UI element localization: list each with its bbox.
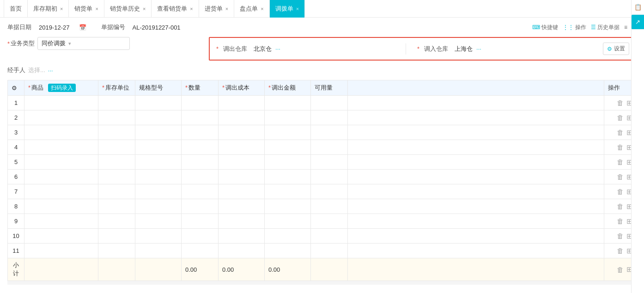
row-9-cost[interactable] [219,214,265,229]
row-2-qty[interactable] [182,110,219,125]
row-7-product[interactable] [24,184,98,199]
row-3-product[interactable] [24,125,98,140]
row-6-product[interactable] [24,170,98,184]
row-11-cost[interactable] [219,244,265,258]
tab-view-sales[interactable]: 查看销货单 × [152,0,199,18]
tab-sales-order-close[interactable]: × [95,6,98,12]
row-5-spec[interactable] [135,155,182,170]
tab-view-sales-close[interactable]: × [190,6,193,12]
row-5-product[interactable] [24,155,98,170]
row-6-cost[interactable] [219,170,265,184]
row-3-spec[interactable] [135,125,182,140]
row-1-product[interactable] [24,96,98,110]
row-2-cost[interactable] [219,110,265,125]
row-11-unit[interactable] [98,244,135,258]
row-10-amount[interactable] [265,229,311,244]
scan-button[interactable]: 扫码录入 [48,84,76,92]
sidebar-expand-icon[interactable]: ↗ [632,15,644,30]
horizontal-scrollbar[interactable] [7,281,637,285]
tab-sales-order[interactable]: 销货单 × [69,0,104,18]
subtotal-delete-icon[interactable]: 🗑 [617,266,624,274]
row-7-delete-icon[interactable]: 🗑 [617,188,624,195]
col-gear[interactable]: ⚙ [8,80,24,96]
row-6-amount[interactable] [265,170,311,184]
row-5-cost[interactable] [219,155,265,170]
tab-purchase-order-close[interactable]: × [225,6,228,12]
transfer-in-more[interactable]: ··· [476,45,481,52]
row-9-product[interactable] [24,214,98,229]
row-8-product[interactable] [24,199,98,214]
row-3-cost[interactable] [219,125,265,140]
row-7-unit[interactable] [98,184,135,199]
row-7-qty[interactable] [182,184,219,199]
row-8-cost[interactable] [219,199,265,214]
view-toggle-list[interactable]: ≡ [624,24,627,31]
row-7-spec[interactable] [135,184,182,199]
transfer-out-more[interactable]: ··· [275,45,280,52]
row-8-amount[interactable] [265,199,311,214]
row-2-spec[interactable] [135,110,182,125]
operations-button[interactable]: ⋮⋮ 操作 [563,24,586,31]
row-3-amount[interactable] [265,125,311,140]
row-5-delete-icon[interactable]: 🗑 [617,158,624,166]
row-8-qty[interactable] [182,199,219,214]
tab-inventory-init[interactable]: 库存期初 × [28,0,69,18]
row-2-unit[interactable] [98,110,135,125]
row-6-spec[interactable] [135,170,182,184]
row-11-qty[interactable] [182,244,219,258]
shortcuts-button[interactable]: ⌨ 快捷键 [532,24,558,31]
row-5-amount[interactable] [265,155,311,170]
row-10-product[interactable] [24,229,98,244]
row-6-delete-icon[interactable]: 🗑 [617,173,624,181]
calendar-icon[interactable]: 📅 [79,24,86,31]
row-10-cost[interactable] [219,229,265,244]
tab-home[interactable]: 首页 [4,0,28,18]
row-4-unit[interactable] [98,140,135,155]
row-5-qty[interactable] [182,155,219,170]
tab-inventory-init-close[interactable]: × [60,6,63,12]
sidebar-notes-icon[interactable]: 📋 [632,0,644,15]
row-3-delete-icon[interactable]: 🗑 [617,128,624,136]
row-1-qty[interactable] [182,96,219,110]
row-8-unit[interactable] [98,199,135,214]
row-2-product[interactable] [24,110,98,125]
tab-purchase-order[interactable]: 进货单 × [199,0,234,18]
row-11-amount[interactable] [265,244,311,258]
row-9-spec[interactable] [135,214,182,229]
row-8-spec[interactable] [135,199,182,214]
agent-select[interactable]: 选择... [28,66,45,74]
row-2-delete-icon[interactable]: 🗑 [617,114,624,122]
business-type-select[interactable]: 同价调拨 ▾ [37,37,130,50]
row-4-delete-icon[interactable]: 🗑 [617,143,624,151]
row-1-cost[interactable] [219,96,265,110]
row-4-amount[interactable] [265,140,311,155]
row-4-spec[interactable] [135,140,182,155]
row-2-amount[interactable] [265,110,311,125]
tab-inventory-count[interactable]: 盘点单 × [234,0,269,18]
row-9-qty[interactable] [182,214,219,229]
row-9-amount[interactable] [265,214,311,229]
row-5-unit[interactable] [98,155,135,170]
row-6-unit[interactable] [98,170,135,184]
tab-inventory-count-close[interactable]: × [261,6,263,12]
row-8-delete-icon[interactable]: 🗑 [617,202,624,210]
row-10-spec[interactable] [135,229,182,244]
row-11-product[interactable] [24,244,98,258]
row-3-qty[interactable] [182,125,219,140]
row-11-spec[interactable] [135,244,182,258]
settings-button[interactable]: ⚙ 设置 [603,43,629,55]
row-4-product[interactable] [24,140,98,155]
row-4-qty[interactable] [182,140,219,155]
row-6-qty[interactable] [182,170,219,184]
tab-sales-history[interactable]: 销货单历史 × [104,0,152,18]
row-9-delete-icon[interactable]: 🗑 [617,217,624,225]
row-10-qty[interactable] [182,229,219,244]
row-10-unit[interactable] [98,229,135,244]
row-7-cost[interactable] [219,184,265,199]
row-3-unit[interactable] [98,125,135,140]
agent-more[interactable]: ··· [48,67,53,74]
row-1-unit[interactable] [98,96,135,110]
tab-transfer-order-close[interactable]: × [296,6,299,12]
row-7-amount[interactable] [265,184,311,199]
row-1-amount[interactable] [265,96,311,110]
